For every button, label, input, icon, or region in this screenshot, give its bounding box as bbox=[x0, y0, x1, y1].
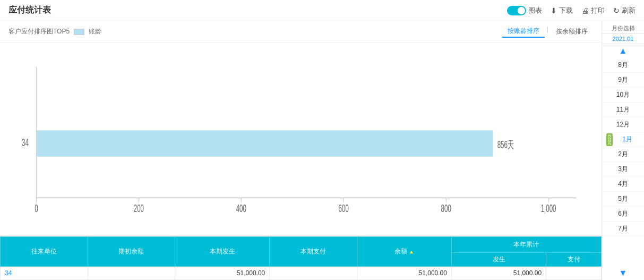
refresh-icon: ↻ bbox=[613, 6, 620, 15]
month-item[interactable]: 8月 bbox=[602, 58, 644, 73]
print-button[interactable]: 🖨 打印 bbox=[581, 6, 605, 15]
refresh-button[interactable]: ↻ 刷新 bbox=[613, 6, 636, 15]
chart-area: 34 856天 0 200 400 600 800 bbox=[0, 43, 602, 235]
month-item-label[interactable]: 1月 bbox=[622, 135, 632, 143]
sort-buttons: 按账龄排序 | 按余额排序 bbox=[502, 26, 593, 38]
col-opening: 期初余额 bbox=[88, 237, 175, 267]
legend-text: 客户应付排序图TOP5 bbox=[8, 27, 70, 36]
month-item[interactable]: 6月 bbox=[602, 207, 644, 222]
col-annual-payment: 支付 bbox=[546, 253, 602, 267]
month-item[interactable]: 3月 bbox=[602, 162, 644, 177]
header: 应付统计表 图表 ⬇ 下载 🖨 打印 ↻ 刷新 bbox=[0, 0, 644, 21]
col-current-occur: 本期发生 bbox=[175, 237, 270, 267]
bar-chart-svg: 34 856天 0 200 400 600 800 bbox=[8, 48, 593, 235]
cell-current-occur: 51,000.00 bbox=[175, 267, 270, 280]
header-actions: 图表 ⬇ 下载 🖨 打印 ↻ 刷新 bbox=[507, 6, 636, 15]
month-item[interactable]: 7月 bbox=[602, 222, 644, 236]
app-container: 应付统计表 图表 ⬇ 下载 🖨 打印 ↻ 刷新 bbox=[0, 0, 644, 280]
col-balance: 余额 ▲ bbox=[357, 237, 451, 267]
print-icon: 🖨 bbox=[581, 6, 589, 15]
legend-label: 账龄 bbox=[89, 27, 101, 36]
legend-box-icon bbox=[74, 29, 84, 35]
svg-text:600: 600 bbox=[339, 203, 349, 214]
download-label: 下载 bbox=[559, 6, 573, 15]
month-item[interactable]: 5月 bbox=[602, 192, 644, 207]
year-badge-row: 20231月 bbox=[602, 132, 644, 147]
year-badge: 2023 bbox=[606, 133, 613, 146]
sidebar-year[interactable]: 2021.01 bbox=[602, 34, 644, 44]
refresh-label: 刷新 bbox=[622, 6, 636, 15]
cell-annual-occur: 51,000.00 bbox=[451, 267, 546, 280]
sort-divider: | bbox=[547, 26, 548, 38]
month-item[interactable]: 2月 bbox=[602, 147, 644, 162]
sort-by-amount-button[interactable]: 按账龄排序 bbox=[502, 26, 545, 38]
cell-opening bbox=[88, 267, 175, 280]
cell-annual-payment bbox=[546, 267, 602, 280]
col-annual-total: 本年累计 bbox=[451, 237, 601, 253]
table-body: 34 51,000.00 51,000.00 51,000.00 bbox=[1, 267, 602, 280]
month-sidebar: 月份选择 2021.01 ▲ 8月9月10月11月12月20231月2月3月4月… bbox=[602, 21, 644, 280]
col-from-unit: 往来单位 bbox=[1, 237, 88, 267]
table-section: 往来单位 期初余额 本期发生 本期支付 余额 ▲ 本年累计 发生 bbox=[0, 235, 602, 280]
bar-rect bbox=[36, 130, 493, 156]
chart-toggle[interactable]: 图表 bbox=[507, 6, 542, 15]
scroll-up-button[interactable]: ▲ bbox=[602, 44, 644, 58]
month-item[interactable]: 12月 bbox=[602, 117, 644, 132]
download-icon: ⬇ bbox=[551, 6, 557, 15]
bar-value-label: 856天 bbox=[497, 139, 514, 150]
page-title: 应付统计表 bbox=[8, 5, 51, 16]
month-item[interactable]: 10月 bbox=[602, 88, 644, 103]
sort-by-balance-button[interactable]: 按余额排序 bbox=[551, 26, 593, 38]
month-item[interactable]: 9月 bbox=[602, 73, 644, 88]
svg-text:400: 400 bbox=[236, 203, 246, 214]
download-button[interactable]: ⬇ 下载 bbox=[551, 6, 573, 15]
cell-current-payment bbox=[270, 267, 357, 280]
col-annual-occur: 发生 bbox=[451, 253, 546, 267]
sidebar-title: 月份选择 bbox=[602, 21, 644, 34]
svg-text:800: 800 bbox=[441, 203, 451, 214]
chart-section: 客户应付排序图TOP5 账龄 按账龄排序 | 按余额排序 34 bbox=[0, 21, 602, 280]
month-list: 8月9月10月11月12月20231月2月3月4月5月6月7月 bbox=[602, 58, 644, 266]
table-row: 34 51,000.00 51,000.00 51,000.00 bbox=[1, 267, 602, 280]
cell-balance: 51,000.00 bbox=[357, 267, 451, 280]
month-item[interactable]: 11月 bbox=[602, 103, 644, 117]
svg-text:1,000: 1,000 bbox=[541, 203, 556, 214]
chart-label: 图表 bbox=[528, 6, 542, 15]
chart-legend: 客户应付排序图TOP5 账龄 bbox=[8, 27, 101, 36]
toggle-switch-icon[interactable] bbox=[507, 6, 526, 15]
chart-header: 客户应付排序图TOP5 账龄 按账龄排序 | 按余额排序 bbox=[0, 21, 602, 43]
table-header-row-1: 往来单位 期初余额 本期发生 本期支付 余额 ▲ 本年累计 bbox=[1, 237, 602, 253]
data-table: 往来单位 期初余额 本期发生 本期支付 余额 ▲ 本年累计 发生 bbox=[0, 236, 602, 280]
svg-text:200: 200 bbox=[134, 203, 144, 214]
main-content: 客户应付排序图TOP5 账龄 按账龄排序 | 按余额排序 34 bbox=[0, 21, 644, 280]
from-unit-link[interactable]: 34 bbox=[5, 269, 12, 277]
y-axis-label: 34 bbox=[22, 137, 29, 148]
col-current-payment: 本期支付 bbox=[270, 237, 357, 267]
print-label: 打印 bbox=[591, 6, 605, 15]
month-item[interactable]: 4月 bbox=[602, 177, 644, 192]
scroll-down-button[interactable]: ▼ bbox=[602, 266, 644, 280]
svg-text:0: 0 bbox=[35, 203, 38, 214]
cell-from-unit: 34 bbox=[1, 267, 88, 280]
